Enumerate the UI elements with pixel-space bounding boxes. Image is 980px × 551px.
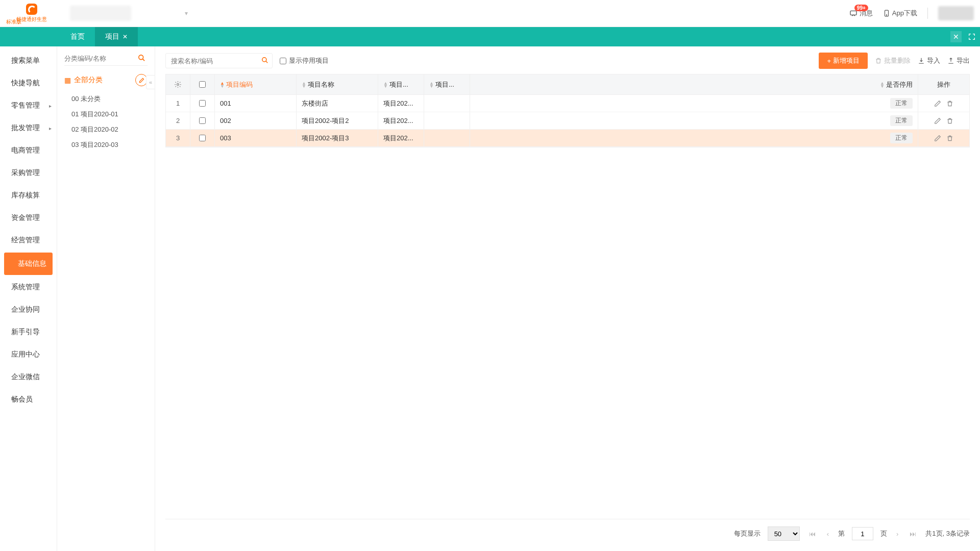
delete-icon[interactable] (946, 117, 953, 124)
tab-home[interactable]: 首页 (60, 27, 95, 46)
nav-wholesale[interactable]: 批发管理▸ (0, 117, 57, 139)
show-disabled-checkbox[interactable]: 显示停用项目 (280, 56, 329, 65)
checkbox[interactable] (199, 135, 206, 141)
nav-appcenter[interactable]: 应用中心 (0, 343, 57, 366)
top-bar: 畅捷通好生意 标准版 ▾ 99+ 消息 App下载 (0, 0, 980, 27)
nav-quick[interactable]: 快捷导航 (0, 72, 57, 94)
add-project-button[interactable]: + 新增项目 (819, 53, 868, 69)
search-icon[interactable] (261, 57, 268, 64)
category-search-input[interactable] (64, 52, 148, 66)
import-button[interactable]: 导入 (918, 56, 940, 65)
collapse-panel-button[interactable]: « (146, 75, 155, 89)
checkbox[interactable] (199, 81, 206, 88)
category-item[interactable]: 02 项目2020-02 (57, 122, 155, 137)
nav-system[interactable]: 系统管理 (0, 276, 57, 298)
nav-inventory[interactable]: 库存核算 (0, 184, 57, 207)
next-page-button[interactable]: › (894, 530, 900, 538)
edit-icon[interactable] (934, 135, 941, 142)
bulk-delete-button[interactable]: 批量删除 (875, 56, 911, 65)
export-button[interactable]: 导出 (947, 56, 970, 65)
last-page-button[interactable]: ⏭ (908, 530, 918, 538)
cell-p4 (424, 112, 470, 129)
nav-member[interactable]: 畅会员 (0, 388, 57, 411)
nav-retail[interactable]: 零售管理▸ (0, 94, 57, 117)
tab-project[interactable]: 项目 ✕ (95, 27, 138, 46)
svg-point-5 (177, 84, 179, 86)
row-checkbox[interactable] (190, 112, 215, 129)
prev-page-button[interactable]: ‹ (825, 530, 831, 538)
col-code[interactable]: ▲▼项目编码 (215, 74, 297, 94)
phone-icon (883, 9, 890, 17)
nav-label: 企业微信 (11, 372, 40, 382)
plus-icon: + (827, 57, 831, 65)
cell-code: 001 (215, 95, 297, 112)
fullscreen-icon[interactable] (968, 33, 976, 41)
cell-code: 003 (215, 130, 297, 146)
col-p3[interactable]: ▲▼项目... (378, 74, 424, 94)
row-checkbox[interactable] (190, 130, 215, 146)
delete-icon[interactable] (946, 100, 953, 107)
per-page-select[interactable]: 50 (768, 527, 800, 541)
category-panel: ▦ 全部分类 « 00 未分类 01 项目2020-01 02 项目2020-0… (57, 46, 155, 551)
app-download-button[interactable]: App下载 (883, 9, 917, 18)
svg-point-4 (262, 58, 266, 62)
nav-funds[interactable]: 资金管理 (0, 207, 57, 229)
table-row[interactable]: 2002项目2002-项目2项目202...正常 (166, 112, 969, 130)
category-list: 00 未分类 01 项目2020-01 02 项目2020-02 03 项目20… (57, 89, 155, 155)
top-right: 99+ 消息 App下载 (849, 6, 974, 20)
table-row[interactable]: 1001东楼街店项目202...正常 (166, 95, 969, 112)
cell-name: 项目2002-项目3 (297, 130, 378, 146)
nav-operate[interactable]: 经营管理 (0, 229, 57, 252)
delete-icon[interactable] (946, 135, 953, 142)
toolbar-right: + 新增项目 批量删除 导入 (819, 53, 970, 69)
nav-label: 新手引导 (11, 328, 40, 337)
nav-wecom[interactable]: 企业微信 (0, 366, 57, 388)
category-search (64, 52, 148, 66)
nav-ecommerce[interactable]: 电商管理 (0, 139, 57, 162)
nav-collab[interactable]: 企业协同 (0, 298, 57, 321)
search-icon[interactable] (138, 54, 145, 62)
page-input[interactable] (852, 527, 873, 540)
tab-strip: 首页 项目 ✕ ✕ (0, 27, 980, 46)
tab-strip-actions: ✕ (950, 27, 976, 46)
col-name[interactable]: ▲▼项目名称 (297, 74, 378, 94)
close-icon[interactable]: ✕ (122, 33, 128, 40)
nav-guide[interactable]: 新手引导 (0, 321, 57, 343)
user-avatar-blurred[interactable] (938, 6, 974, 20)
chevron-down-icon[interactable]: ▾ (185, 10, 188, 17)
cell-status: 正常 (470, 112, 918, 129)
nav-purchase[interactable]: 采购管理 (0, 162, 57, 184)
messages-button[interactable]: 99+ 消息 (849, 9, 873, 18)
nav-label: 经营管理 (11, 236, 40, 245)
grid-icon: ▦ (64, 76, 71, 84)
nav-label: 畅会员 (11, 395, 33, 404)
nav-basic[interactable]: 基础信息 (4, 253, 53, 275)
nav-label: 零售管理 (11, 101, 40, 110)
checkbox[interactable] (199, 117, 206, 124)
cell-name: 东楼街店 (297, 95, 378, 112)
table-row[interactable]: 3003项目2002-项目3项目202...正常 (166, 130, 969, 147)
svg-point-3 (139, 55, 143, 60)
org-selector-blurred[interactable] (70, 6, 131, 21)
category-item[interactable]: 01 项目2020-01 (57, 107, 155, 122)
checkbox[interactable] (280, 58, 286, 64)
nav-label: 基础信息 (18, 259, 46, 268)
nav-search-menu[interactable]: 搜索菜单 (0, 49, 57, 72)
category-item[interactable]: 00 未分类 (57, 91, 155, 107)
search-input[interactable] (165, 53, 273, 68)
row-checkbox[interactable] (190, 95, 215, 112)
sort-icon: ▲▼ (302, 82, 306, 88)
first-page-button[interactable]: ⏮ (807, 530, 818, 538)
col-status[interactable]: ▲▼是否停用 (470, 74, 918, 94)
column-settings-button[interactable] (166, 74, 190, 94)
col-p4[interactable]: ▲▼项目... (424, 74, 470, 94)
checkbox[interactable] (199, 100, 206, 107)
select-all-checkbox[interactable] (190, 74, 215, 94)
edit-icon[interactable] (934, 100, 941, 107)
project-table: ▲▼项目编码 ▲▼项目名称 ▲▼项目... ▲▼项目... ▲▼是否停用 操作 … (165, 74, 970, 147)
svg-rect-0 (850, 11, 856, 15)
category-all[interactable]: ▦ 全部分类 (57, 71, 155, 89)
category-item[interactable]: 03 项目2020-03 (57, 137, 155, 153)
close-all-tabs-button[interactable]: ✕ (950, 31, 962, 42)
edit-icon[interactable] (934, 117, 941, 124)
